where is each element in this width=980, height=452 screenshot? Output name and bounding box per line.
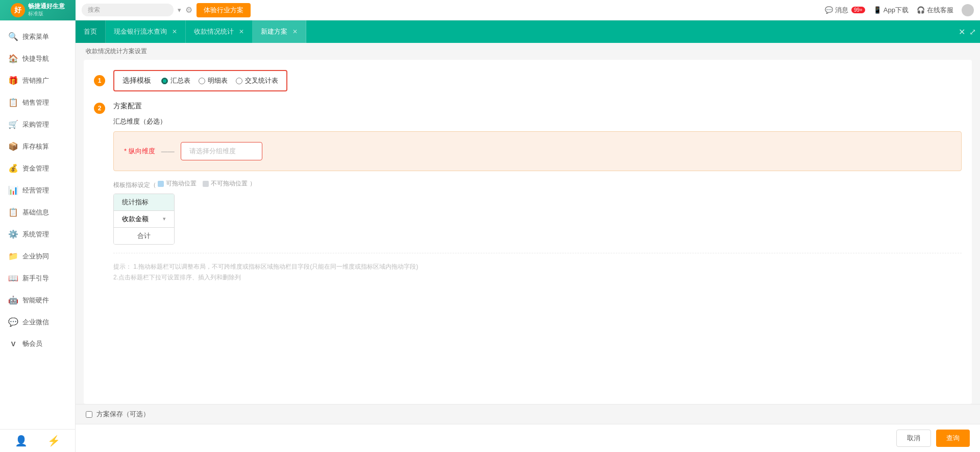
sidebar-item-label: 采购管理 xyxy=(22,120,49,129)
sidebar-item-enterprise-collab[interactable]: 📁 企业协同 xyxy=(0,245,75,267)
metrics-zone-header: 统计指标 xyxy=(114,194,174,211)
cancel-button[interactable]: 取消 xyxy=(896,430,931,447)
radio-summary-input[interactable] xyxy=(161,78,168,84)
metrics-col-row[interactable]: 收款金额 ▾ xyxy=(114,211,174,228)
sidebar-item-system[interactable]: ⚙️ 系统管理 xyxy=(0,223,75,245)
sidebar-item-quick-nav[interactable]: 🏠 快捷导航 xyxy=(0,47,75,69)
enterprise-wechat-icon: 💬 xyxy=(8,317,18,327)
smart-hardware-icon: 🤖 xyxy=(8,295,18,305)
radio-detail[interactable]: 明细表 xyxy=(199,76,228,85)
radio-cross-input[interactable] xyxy=(236,78,242,84)
member-icon: V xyxy=(8,340,18,348)
sidebar-item-finance[interactable]: 💰 资金管理 xyxy=(0,157,75,179)
footer-section: 方案保存（可选） xyxy=(76,404,980,424)
sidebar-item-smart-hardware[interactable]: 🤖 智能硬件 xyxy=(0,289,75,311)
message-icon-group[interactable]: 💬 消息 99+ xyxy=(825,6,865,15)
download-icon-group[interactable]: 📱 App下载 xyxy=(873,6,909,15)
sidebar-item-enterprise-wechat[interactable]: 💬 企业微信 xyxy=(0,311,75,333)
hint2-text: 2.点击标题栏下拉可设置排序、插入列和删除列 xyxy=(113,272,962,283)
dimension-row: * 纵向维度 —— 请选择分组维度 xyxy=(124,142,951,160)
tab-bank-flow-close[interactable]: ✕ xyxy=(172,28,177,35)
sidebar-item-label: 搜索菜单 xyxy=(22,32,49,41)
sidebar-item-purchase[interactable]: 🛒 采购管理 xyxy=(0,113,75,135)
dimension-input[interactable]: 请选择分组维度 xyxy=(181,142,262,160)
sidebar-item-sales[interactable]: 📋 销售管理 xyxy=(0,91,75,113)
sidebar-item-search-menu[interactable]: 🔍 搜索菜单 xyxy=(0,26,75,47)
sidebar-item-inventory[interactable]: 📦 库存核算 xyxy=(0,135,75,157)
basic-info-icon: 📋 xyxy=(8,207,18,217)
purchase-icon: 🛒 xyxy=(8,120,18,129)
radio-cross-label: 交叉统计表 xyxy=(245,76,278,85)
hint-section: 提示： 1.拖动标题栏可以调整布局，不可跨维度或指标区域拖动栏目字段(只能在同一… xyxy=(113,253,962,283)
sidebar-bottom-icon-1[interactable]: 👤 xyxy=(15,435,28,447)
metrics-title-text: 模板指标设定（ xyxy=(113,181,156,188)
sidebar-item-label: 快捷导航 xyxy=(22,54,49,63)
sidebar-bottom-icon-2[interactable]: ⚡ xyxy=(47,435,60,447)
tab-bank-flow[interactable]: 现金银行流水查询 ✕ xyxy=(106,20,186,43)
sidebar-item-beginner-guide[interactable]: 📖 新手引导 xyxy=(0,267,75,289)
metrics-label: 模板指标设定（ 可拖动位置 不可拖动位置 ） xyxy=(113,179,962,189)
sidebar-item-label: 畅会员 xyxy=(22,339,42,348)
metrics-draggable-indicator: 可拖动位置 不可拖动位置 ） xyxy=(158,179,256,188)
dropdown-icon[interactable]: ▾ xyxy=(178,6,181,14)
radio-summary[interactable]: 汇总表 xyxy=(161,76,190,85)
radio-detail-input[interactable] xyxy=(199,78,205,84)
radio-detail-label: 明细表 xyxy=(208,76,228,85)
marketing-icon: 🎁 xyxy=(8,76,18,85)
form-panel: 1 选择模板 汇总表 明细表 xyxy=(84,60,972,404)
bottom-action-bar: 取消 查询 xyxy=(76,424,980,452)
tab-receipt-stats-close[interactable]: ✕ xyxy=(239,28,244,35)
content-area: 首页 现金银行流水查询 ✕ 收款情况统计 ✕ 新建方案 ✕ ✕ ⤢ 收款情况统计… xyxy=(76,20,980,452)
save-plan-checkbox[interactable] xyxy=(86,411,92,418)
vertical-dimension-label: * 纵向维度 xyxy=(124,147,155,156)
operations-icon: 📊 xyxy=(8,185,18,195)
hint1-text: 提示： 1.拖动标题栏可以调整布局，不可跨维度或指标区域拖动栏目字段(只能在同一… xyxy=(113,261,962,273)
tab-home[interactable]: 首页 xyxy=(76,20,106,43)
section2-title: 方案配置 xyxy=(113,102,142,110)
service-icon-group[interactable]: 🎧 在线客服 xyxy=(917,6,953,15)
top-header-right: 💬 消息 99+ 📱 App下载 🎧 在线客服 xyxy=(825,4,974,16)
message-icon: 💬 xyxy=(825,6,833,14)
sidebar-item-label: 营销推广 xyxy=(22,76,49,85)
sidebar-item-label: 新手引导 xyxy=(22,274,49,283)
section1-title: 选择模板 xyxy=(122,76,151,85)
sidebar-item-label: 库存核算 xyxy=(22,142,49,151)
message-label: 消息 xyxy=(835,6,848,15)
sidebar-item-basic-info[interactable]: 📋 基础信息 xyxy=(0,201,75,223)
try-industry-button[interactable]: 体验行业方案 xyxy=(197,3,251,17)
tab-new-plan[interactable]: 新建方案 ✕ xyxy=(253,20,306,43)
metrics-zone: 统计指标 收款金额 ▾ 合计 xyxy=(113,194,175,245)
enterprise-collab-icon: 📁 xyxy=(8,251,18,261)
sidebar-item-marketing[interactable]: 🎁 营销推广 xyxy=(0,69,75,91)
top-header: 好 畅捷通好生意 标准版 搜索 ▾ ⚙ 体验行业方案 💬 消息 99+ 📱 Ap… xyxy=(0,0,980,20)
query-button[interactable]: 查询 xyxy=(936,430,970,447)
col-dropdown-icon[interactable]: ▾ xyxy=(163,216,166,222)
tab-new-plan-close[interactable]: ✕ xyxy=(292,28,298,35)
section2-row: 2 方案配置 汇总维度（必选） * 纵向维度 —— 请选择分组维度 xyxy=(94,102,962,283)
page-content: 收款情况统计方案设置 1 选择模板 汇总表 xyxy=(76,43,980,424)
inventory-icon: 📦 xyxy=(8,141,18,151)
save-plan-label: 方案保存（可选） xyxy=(96,410,150,419)
sidebar-item-member[interactable]: V 畅会员 xyxy=(0,333,75,354)
tab-bar: 首页 现金银行流水查询 ✕ 收款情况统计 ✕ 新建方案 ✕ ✕ ⤢ xyxy=(76,20,980,43)
maximize-window-icon[interactable]: ⤢ xyxy=(969,27,976,37)
breadcrumb: 收款情况统计方案设置 xyxy=(76,43,980,60)
tab-bar-right: ✕ ⤢ xyxy=(959,27,980,37)
radio-summary-label: 汇总表 xyxy=(170,76,190,85)
finance-icon: 💰 xyxy=(8,163,18,173)
sidebar-item-label: 销售管理 xyxy=(22,98,49,107)
sidebar-item-operations[interactable]: 📊 经营管理 xyxy=(0,179,75,201)
radio-cross[interactable]: 交叉统计表 xyxy=(236,76,278,85)
section1-row: 1 选择模板 汇总表 明细表 xyxy=(94,70,962,91)
tab-receipt-stats[interactable]: 收款情况统计 ✕ xyxy=(186,20,253,43)
download-icon: 📱 xyxy=(873,6,881,14)
search-bar: 搜索 xyxy=(82,4,174,16)
user-name[interactable] xyxy=(962,4,974,16)
sidebar-item-label: 企业微信 xyxy=(22,318,49,327)
gear-icon[interactable]: ⚙ xyxy=(185,5,192,15)
user-avatar xyxy=(962,4,974,16)
tab-bank-flow-label: 现金银行流水查询 xyxy=(114,27,167,36)
radio-group: 汇总表 明细表 交叉统计表 xyxy=(161,76,278,85)
sidebar: 🔍 搜索菜单 🏠 快捷导航 🎁 营销推广 📋 销售管理 🛒 采购管理 📦 库存核… xyxy=(0,20,76,452)
close-window-icon[interactable]: ✕ xyxy=(959,27,965,37)
